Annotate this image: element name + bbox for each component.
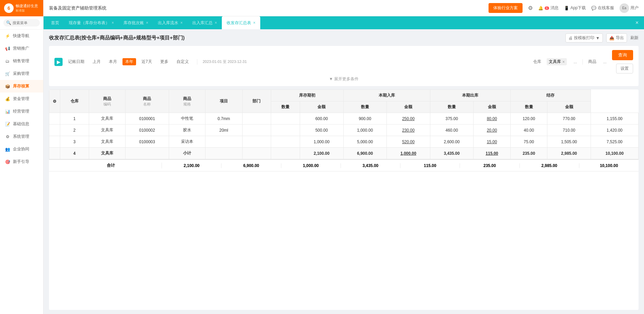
row-select[interactable] (49, 125, 60, 136)
date-btn-7days[interactable]: 近7天 (139, 58, 155, 65)
tab-home[interactable]: 首页 (46, 16, 64, 29)
sidebar-item-purchase[interactable]: 🛒 采购管理 (0, 67, 43, 80)
row-no: 4 (60, 148, 89, 159)
avatar: Ea (620, 3, 629, 13)
sidebar-item-sales[interactable]: 🗂 销售管理 (0, 55, 43, 67)
row-warehouse: 文具库 (89, 136, 125, 148)
settings-icon[interactable]: ⚙ (528, 5, 533, 11)
warehouse-more-btn[interactable]: ... (574, 60, 577, 64)
sidebar-item-label: 资金管理 (13, 96, 29, 102)
online-service-btn[interactable]: 💬 在线客服 (591, 5, 614, 11)
warehouse-remove-btn[interactable]: × (562, 60, 565, 64)
col-goods-code-header: 商品编码 (89, 90, 125, 113)
app-download-label: App下载 (571, 5, 586, 11)
row-goods-code (126, 148, 169, 159)
filter-expand-btn[interactable]: ▶ (54, 58, 63, 66)
sidebar-item-baseinfo[interactable]: 📝 基础信息 (0, 118, 43, 130)
row-in-qty: 230.00 (387, 125, 430, 136)
footer-balance-amt: 10,100.00 (579, 163, 639, 168)
table-row: 1文具库0100001中性笔0.7mm600.00900.00250.00375… (49, 113, 639, 125)
sidebar-item-operations[interactable]: 📊 经营管理 (0, 105, 43, 118)
tab-close-icon[interactable]: × (253, 20, 255, 25)
footer-balance-qty: 2,985.00 (520, 163, 579, 168)
notification-btn[interactable]: 🔔 6 消息 (538, 5, 559, 11)
col-opening-header: 库存期初 (271, 90, 343, 101)
sidebar-item-inventory[interactable]: 📦 库存核算 (0, 80, 43, 93)
col-dept-header: 部门 (242, 90, 271, 113)
sidebar-item-marketing[interactable]: 📢 营销推广 (0, 42, 43, 55)
logo-area: 6 畅捷通好生意 标准版 (0, 0, 43, 16)
row-out-amt: 40.00 (510, 125, 547, 136)
row-in-qty: 520.00 (387, 136, 430, 148)
baseinfo-icon: 📝 (5, 121, 10, 127)
online-service-label: 在线客服 (598, 5, 614, 11)
row-warehouse: 文具库 (89, 113, 125, 125)
close-all-tabs-btn[interactable]: × (633, 20, 641, 26)
sales-icon: 🗂 (5, 59, 10, 64)
title-actions: 🖨 按模板打印 ▼ 📤 导出 刷新 (565, 33, 639, 43)
goods-label: 商品 (588, 59, 596, 65)
row-out-amt: 235.00 (510, 148, 547, 159)
tab-in-out-flow[interactable]: 出入库流水 × (153, 16, 187, 29)
purchase-icon: 🛒 (5, 71, 10, 77)
row-balance-qty: 1,505.00 (547, 136, 591, 148)
row-out-qty: 80.00 (474, 113, 511, 125)
tab-close-icon[interactable]: × (215, 20, 217, 25)
col-settings[interactable]: ⚙ (49, 90, 60, 113)
footer-opening-amt: 6,900.00 (221, 163, 281, 168)
search-input[interactable] (13, 21, 40, 25)
sidebar-search-area[interactable]: 🔍 (0, 16, 43, 30)
date-btn-more[interactable]: 更多 (158, 58, 171, 65)
tab-recv-send-summary[interactable]: 收发存汇总表 × (222, 16, 260, 29)
tab-inventory-dist[interactable]: 现存量（库存分布表） × (64, 16, 119, 29)
refresh-btn[interactable]: 刷新 (630, 35, 639, 41)
row-in-qty: 250.00 (387, 113, 430, 125)
row-goods-name: 中性笔 (169, 113, 205, 125)
sidebar-item-label: 新手引导 (13, 159, 29, 165)
sidebar-item-label: 企业协同 (13, 146, 29, 152)
tab-batch-ledger[interactable]: 库存批次账 × (119, 16, 153, 29)
filter-settings-btn[interactable]: 设置 (616, 64, 633, 73)
row-goods-code: 0100001 (126, 113, 169, 125)
print-btn[interactable]: 🖨 按模板打印 ▼ (565, 33, 603, 43)
bell-icon: 🔔 (538, 6, 543, 11)
goods-more-btn[interactable]: ... (603, 60, 607, 64)
user-label: 用户 (630, 5, 639, 11)
tab-close-icon[interactable]: × (112, 20, 114, 25)
date-btn-this-year[interactable]: 本年 (122, 58, 136, 65)
sidebar-item-finance[interactable]: 💰 资金管理 (0, 93, 43, 105)
row-goods-name: 采访本 (169, 136, 205, 148)
experience-btn[interactable]: 体验行业方案 (489, 3, 523, 13)
query-btn[interactable]: 查询 (612, 50, 633, 60)
sidebar: 6 畅捷通好生意 标准版 🔍 ⚡ 快捷导航 📢 营销推广 🗂 销售管理 🛒 采购… (0, 0, 44, 314)
row-warehouse: 文具库 (89, 148, 125, 159)
sidebar-item-enterprise[interactable]: 👥 企业协同 (0, 143, 43, 155)
print-icon: 🖨 (568, 36, 573, 40)
tab-close-icon[interactable]: × (180, 20, 183, 25)
tab-close-icon[interactable]: × (146, 20, 148, 25)
row-no: 2 (60, 125, 89, 136)
row-select[interactable] (49, 148, 60, 159)
row-balance-qty: 2,985.00 (547, 148, 591, 159)
sidebar-item-system[interactable]: ⚙ 系统管理 (0, 130, 43, 143)
tab-in-out-summary[interactable]: 出入库汇总 × (187, 16, 222, 29)
row-select[interactable] (49, 113, 60, 125)
date-btn-last-month[interactable]: 上月 (90, 58, 103, 65)
sidebar-item-newbie[interactable]: 🎯 新手引导 (0, 155, 43, 168)
date-btn-this-month[interactable]: 本月 (106, 58, 120, 65)
sidebar-item-label: 系统管理 (13, 134, 29, 139)
filter-divider-2 (582, 59, 583, 65)
print-btn-label: 按模板打印 (574, 35, 594, 41)
col-out-qty-header: 数量 (430, 101, 474, 113)
export-btn[interactable]: 📤 导出 (606, 33, 627, 43)
user-btn[interactable]: Ea 用户 (620, 3, 639, 13)
expand-more-btn[interactable]: ▼ 展开更多条件 (329, 76, 359, 82)
app-name: 畅捷通好生意 (16, 3, 38, 8)
date-btn-custom[interactable]: 自定义 (174, 58, 192, 65)
row-select[interactable] (49, 136, 60, 148)
col-balance-qty-header: 数量 (510, 101, 547, 113)
app-download-btn[interactable]: 📱 App下载 (564, 5, 586, 11)
row-goods-spec: 20ml (205, 125, 242, 136)
sidebar-item-quicknav[interactable]: ⚡ 快捷导航 (0, 30, 43, 42)
page-title-row: 收发存汇总表(按仓库+商品编码+商品+规格型号+项目+部门) 🖨 按模板打印 ▼… (49, 33, 639, 43)
